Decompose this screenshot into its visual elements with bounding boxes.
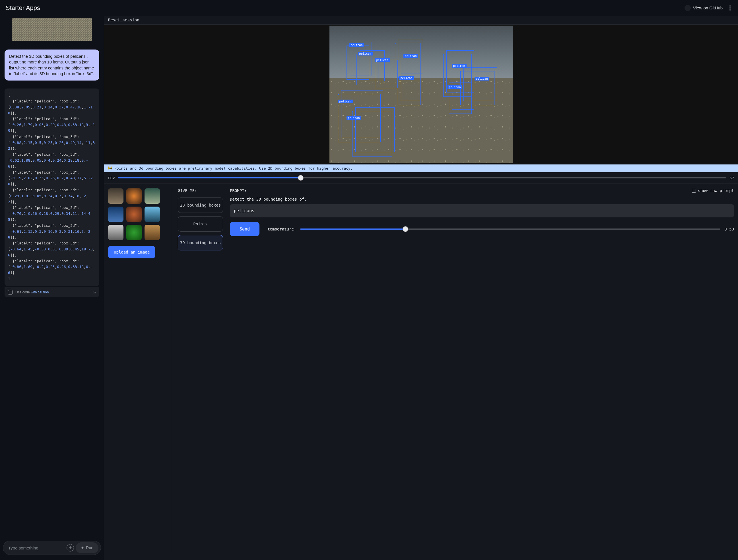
mode-3d-bounding-boxes[interactable]: 3D bounding boxes: [178, 235, 223, 250]
canvas-area: pelicanpelicanpelicanpelicanpelicanpelic…: [104, 24, 738, 165]
example-thumbnails: [108, 188, 165, 240]
examples-column: Upload an image: [108, 188, 165, 555]
example-thumb[interactable]: [126, 188, 142, 204]
code-lang-badge: Js: [93, 291, 96, 294]
chat-input[interactable]: + ✦ Run: [3, 541, 101, 555]
upload-image-button[interactable]: Upload an image: [108, 246, 155, 258]
run-button[interactable]: ✦ Run: [76, 542, 98, 553]
caution-suffix: .: [49, 290, 49, 294]
bbox-label: pelican: [347, 116, 361, 120]
show-raw-prompt-toggle[interactable]: show raw prompt: [692, 188, 734, 193]
bbox-label: pelican: [399, 76, 414, 80]
input-image-thumbnail[interactable]: [12, 18, 92, 41]
result-canvas[interactable]: pelicanpelicanpelicanpelicanpelicanpelic…: [329, 26, 513, 163]
example-thumb[interactable]: [144, 188, 160, 204]
raw-label: show raw prompt: [698, 188, 734, 193]
warning-icon: 🚧: [107, 166, 112, 171]
github-icon: [685, 5, 691, 11]
bbox-label: pelican: [403, 54, 418, 58]
sparkle-icon: ✦: [81, 546, 84, 550]
bbox-label: pelican: [452, 64, 466, 68]
bbox-label: pelican: [358, 52, 373, 55]
visualization-pane: Reset session pelicanpelicanpelicanpelic…: [104, 16, 738, 560]
example-thumb[interactable]: [126, 225, 142, 240]
app-title: Starter Apps: [6, 4, 40, 12]
bbox-label: pelican: [349, 43, 364, 47]
reset-session-link[interactable]: Reset session: [108, 18, 139, 22]
fov-row: FOV 57: [104, 172, 738, 184]
prompt-target-input[interactable]: [230, 204, 734, 217]
temperature-label: temperature:: [268, 227, 296, 231]
warning-banner: 🚧 Points and 3d bounding boxes are preli…: [104, 165, 738, 172]
copy-icon[interactable]: [8, 290, 13, 294]
example-thumb[interactable]: [108, 207, 123, 222]
prompt-label: PROMPT:: [230, 188, 247, 193]
fov-slider[interactable]: [118, 175, 726, 181]
checkbox-icon: [692, 189, 696, 193]
example-thumb[interactable]: [144, 225, 160, 240]
code-caution-bar: Use code with caution. Js: [5, 287, 99, 297]
temperature-value: 0.50: [724, 227, 734, 231]
mode-2d-bounding-boxes[interactable]: 2D bounding boxes: [178, 198, 223, 213]
bbox-3d: [460, 71, 494, 105]
give-me-label: GIVE ME:: [178, 188, 223, 193]
prompt-column: PROMPT: show raw prompt Detect the 3D bo…: [230, 188, 734, 555]
example-thumb[interactable]: [144, 207, 160, 222]
bbox-label: pelican: [474, 77, 489, 80]
chat-text-field[interactable]: [8, 546, 67, 550]
example-thumb[interactable]: [108, 225, 123, 240]
bbox-label: pelican: [375, 58, 390, 62]
bbox-3d: [398, 77, 420, 105]
run-label: Run: [86, 546, 93, 550]
bbox-label: pelican: [338, 99, 353, 103]
example-thumb[interactable]: [108, 188, 123, 204]
attach-icon[interactable]: +: [67, 544, 74, 551]
send-button[interactable]: Send: [230, 222, 260, 236]
chat-input-row: + ✦ Run: [0, 537, 104, 560]
chat-pane: Detect the 3D bounding boxes of pelicans…: [0, 16, 104, 560]
topbar: Starter Apps View on GitHub: [0, 0, 738, 16]
bbox-3d: [375, 60, 398, 88]
fov-value: 57: [729, 176, 734, 180]
mode-points[interactable]: Points: [178, 216, 223, 232]
user-message: Detect the 3D bounding boxes of pelicans…: [5, 49, 99, 80]
bbox-label: pelican: [447, 85, 462, 89]
model-response-code: [ {"label": "pelican", "box_3d": [0.38,2…: [5, 88, 99, 286]
example-thumb[interactable]: [126, 207, 142, 222]
temperature-slider[interactable]: [300, 226, 720, 232]
overflow-menu-icon[interactable]: [728, 4, 732, 12]
warning-text: Points and 3d bounding boxes are prelimi…: [114, 166, 353, 171]
mode-column: GIVE ME: 2D bounding boxes Points 3D bou…: [172, 188, 223, 555]
github-link[interactable]: View on GitHub: [685, 5, 723, 11]
caution-link[interactable]: with caution: [31, 290, 49, 294]
github-label: View on GitHub: [693, 5, 723, 10]
prompt-prefix: Detect the 3D bounding boxes of:: [230, 197, 734, 202]
caution-prefix: Use code: [15, 290, 31, 294]
fov-label: FOV: [108, 176, 115, 180]
